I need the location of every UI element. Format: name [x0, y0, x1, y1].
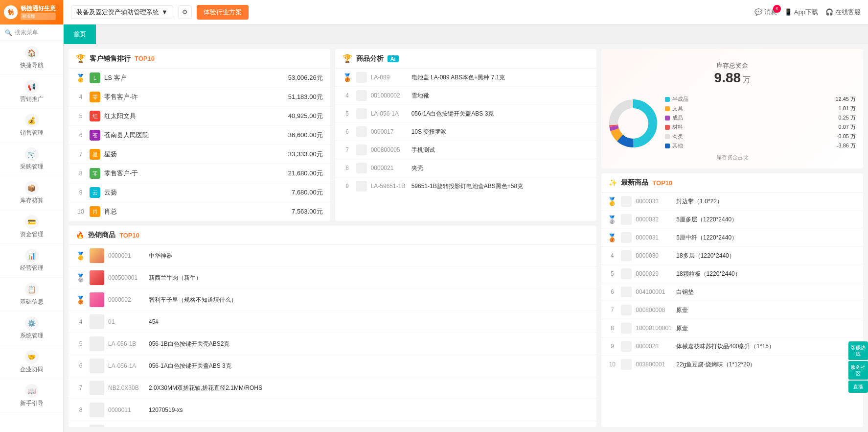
list-item: 🥉 LA-089 电池盖 LA-089 ABS本色+黑种 7.1克 — [335, 69, 597, 87]
fire-icon: 🔥 — [76, 231, 84, 239]
sidebar-item-guide[interactable]: 📖 新手引导 — [0, 379, 63, 413]
sidebar-item-sales[interactable]: 💰 销售管理 — [0, 109, 63, 143]
legend-dot — [665, 116, 670, 120]
list-item: 8 零 零售客户-于 21,680.00元 — [69, 164, 330, 183]
sidebar-search[interactable]: 🔍 搜索菜单 — [0, 24, 63, 41]
service-community-btn[interactable]: 服务社区 — [848, 361, 868, 380]
legend-dot — [665, 106, 670, 111]
list-item: 6 004100001 白钢垫 — [601, 283, 863, 301]
guide-icon: 📖 — [25, 384, 39, 398]
sidebar-item-home[interactable]: 🏠 快捷导航 — [0, 41, 63, 75]
product-sales-card: 🏆 商品分析 Ai 🥉 LA-089 电池盖 LA-089 ABS本色+黑种 7… — [335, 49, 597, 221]
list-item: 🥇 0000001 中华神器 — [69, 245, 596, 267]
inventory-subtitle: 库存资金占比 — [609, 154, 856, 161]
product-icon — [621, 341, 632, 352]
list-item: 10 003800001 22g鱼豆腐·烧烤味（1*12*20） — [601, 356, 863, 373]
new-products-header: ✨ 最新商品 TOP10 — [601, 173, 863, 192]
donut-legend: 半成品 12.45 万 文具 1.01 万 成品 0.25 万 — [665, 96, 856, 151]
gear-icon: ⚙ — [182, 8, 188, 16]
rank-medal: 🥇 — [76, 251, 86, 261]
product-image — [90, 314, 104, 329]
customer-badge: 星 — [90, 149, 100, 160]
cooperation-icon: 🤝 — [25, 350, 39, 364]
home-icon: 🏠 — [25, 46, 39, 60]
notification-icon: 💬 — [754, 8, 762, 16]
customer-badge: 红 — [90, 111, 100, 121]
list-item: 8 10000100001 原壹 — [601, 319, 863, 337]
legend-item: 其他 -3.86 万 — [665, 142, 856, 149]
sidebar-item-operations[interactable]: 📊 经营管理 — [0, 244, 63, 278]
operations-icon: 📊 — [25, 249, 39, 263]
product-icon — [621, 196, 632, 207]
legend-item: 文具 1.01 万 — [665, 105, 856, 112]
live-broadcast-btn[interactable]: 直播 — [848, 381, 868, 393]
headset-icon: 🎧 — [825, 8, 833, 16]
main-area: 装备及固定资产辅助管理系统 ▼ ⚙ 体验行业方案 💬 消息 6 📱 App下载 … — [64, 0, 868, 432]
product-icon — [621, 305, 632, 315]
new-products-card: ✨ 最新商品 TOP10 🥇 0000033 封边带（1.0*22） 🥈 000… — [601, 173, 863, 427]
rank-medal-gold: 🥇 — [76, 73, 86, 83]
product-icon — [621, 214, 632, 225]
rank-medal: 🥈 — [76, 273, 86, 283]
list-item: 6 苍 苍南县人民医院 36,600.00元 — [69, 126, 330, 145]
list-item: 6 0000017 10S 变扭罗浆 — [335, 123, 597, 141]
system-selector[interactable]: 装备及固定资产辅助管理系统 ▼ — [71, 5, 173, 19]
list-item: 🥉 0000002 智利车子里（规格不知道填什么） — [69, 289, 596, 311]
product-image — [90, 381, 104, 395]
sidebar-item-inventory[interactable]: 📦 库存核算 — [0, 176, 63, 210]
product-icon — [356, 163, 367, 173]
list-item: 5 0000029 18颗粒板（1220*2440） — [601, 265, 863, 283]
customer-card-header: 🏆 客户销售排行 TOP10 — [69, 49, 330, 69]
tab-home[interactable]: 首页 — [64, 24, 96, 44]
sidebar-item-basics[interactable]: 📋 基础信息 — [0, 278, 63, 312]
search-icon: 🔍 — [5, 29, 12, 36]
topbar: 装备及固定资产辅助管理系统 ▼ ⚙ 体验行业方案 💬 消息 6 📱 App下载 … — [64, 0, 868, 24]
product-icon — [356, 108, 367, 119]
settings-button[interactable]: ⚙ — [178, 5, 192, 19]
sidebar-item-system[interactable]: ⚙️ 系统管理 — [0, 312, 63, 345]
list-item: 4 零 零售客户-许 51,183.00元 — [69, 88, 330, 107]
customer-badge: 苍 — [90, 130, 100, 141]
list-item: 7 NB2.0X30B 2.0X30MM双搓花轴,搓花直径2.1MM/ROHS — [69, 377, 596, 399]
sidebar-item-marketing[interactable]: 📢 营销推广 — [0, 75, 63, 109]
basics-icon: 📋 — [25, 283, 39, 296]
customer-hotline-btn[interactable]: 客服热线 — [848, 341, 868, 360]
list-item: 5 LA-056-1A 056-1A白色按键开关盖ABS 3克 — [335, 105, 597, 123]
rank-medal: 🥈 — [607, 215, 617, 224]
experience-button[interactable]: 体验行业方案 — [197, 5, 249, 20]
product-icon — [356, 181, 367, 192]
rank-badge: 🥉 — [343, 73, 352, 82]
medal-icon: 🏆 — [76, 54, 86, 63]
float-service: 客服热线 服务社区 直播 — [848, 341, 868, 393]
sidebar-item-cooperation[interactable]: 🤝 企业协同 — [0, 345, 63, 379]
sidebar-item-label: 库存核算 — [20, 196, 44, 205]
logo-name: 畅捷通好生意 — [21, 4, 56, 13]
product-image — [90, 270, 104, 285]
app-download-btn[interactable]: 📱 App下载 — [784, 8, 818, 17]
rank-medal: 🥉 — [607, 233, 617, 242]
logo-icon: 畅 — [4, 5, 18, 19]
notifications-btn[interactable]: 💬 消息 6 — [754, 8, 777, 17]
donut-container: 半成品 12.45 万 文具 1.01 万 成品 0.25 万 — [609, 96, 856, 151]
customer-badge: 零 — [90, 168, 100, 179]
sidebar-item-purchase[interactable]: 🛒 采购管理 — [0, 143, 63, 176]
sidebar-item-label: 系统管理 — [20, 332, 44, 340]
legend-item: 材料 0.07 万 — [665, 123, 856, 131]
customer-badge: L — [90, 72, 100, 83]
product-image — [90, 425, 104, 427]
customer-service-btn[interactable]: 🎧 在线客服 — [825, 8, 861, 17]
list-item: 10 肖 肖总 7,563.00元 — [69, 202, 330, 221]
customer-sales-card: 🏆 客户销售排行 TOP10 🥇 L LS 客户 53,006.26元 4 — [69, 49, 330, 221]
list-item: 9 云 云扬 7,680.00元 — [69, 183, 330, 202]
sidebar-item-finance[interactable]: 💳 资金管理 — [0, 210, 63, 244]
list-item: 7 000800008 原壹 — [601, 301, 863, 319]
customer-list: 🥇 L LS 客户 53,006.26元 4 零 零售客户-许 51,183.0… — [69, 69, 330, 221]
product-icon — [621, 250, 632, 261]
donut-chart — [609, 99, 658, 148]
system-name: 装备及固定资产辅助管理系统 — [76, 8, 159, 17]
sidebar: 畅 畅捷通好生意 标准版 🔍 搜索菜单 🏠 快捷导航 📢 营销推广 💰 销售管理… — [0, 0, 64, 432]
sidebar-item-label: 营销推广 — [20, 95, 44, 103]
system-icon: ⚙️ — [25, 316, 39, 330]
product-icon — [621, 323, 632, 334]
sidebar-item-label: 经营管理 — [20, 264, 44, 272]
